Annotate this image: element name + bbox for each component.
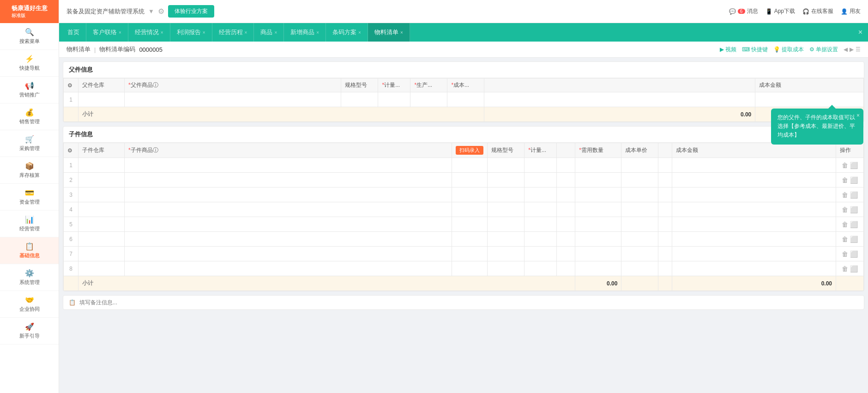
- delete-icon[interactable]: 🗑: [842, 265, 848, 272]
- child-th-settings[interactable]: ⚙: [64, 143, 78, 158]
- tab-label: 商品: [260, 28, 272, 36]
- sidebar-item-marketing[interactable]: 📢 营销推广: [0, 77, 59, 103]
- tab-goods[interactable]: 商品 ×: [254, 23, 284, 42]
- delete-icon[interactable]: 🗑: [842, 162, 848, 169]
- copy-icon[interactable]: ⬜: [850, 206, 858, 213]
- system-icon: ⚙️: [25, 269, 34, 278]
- copy-icon[interactable]: ⬜: [850, 265, 858, 272]
- settings-icon[interactable]: ⚙: [158, 7, 164, 16]
- child-spec-cell[interactable]: [488, 158, 524, 173]
- sidebar-item-guide[interactable]: 🚀 新手引导: [0, 318, 59, 345]
- close-icon[interactable]: ×: [161, 30, 163, 35]
- tab-label: 客户联络: [93, 28, 117, 36]
- parent-unit-cell[interactable]: [378, 92, 410, 107]
- parent-prod-cell[interactable]: [410, 92, 447, 107]
- close-icon[interactable]: ×: [203, 30, 205, 35]
- parent-cost-cell[interactable]: [447, 92, 484, 107]
- sidebar-item-basic[interactable]: 📋 基础信息: [0, 237, 59, 264]
- close-icon[interactable]: ×: [274, 30, 277, 35]
- single-settings-btn[interactable]: ⚙ 单据设置: [809, 46, 838, 54]
- child-extra2-cell: [658, 158, 672, 173]
- sidebar-item-label: 资金管理: [19, 199, 40, 206]
- delete-icon[interactable]: 🗑: [842, 206, 848, 213]
- delete-icon[interactable]: 🗑: [842, 221, 848, 228]
- top-header: 装备及固定资产辅助管理系统 ▼ ⚙ 体验行业方案 💬 6 消息 📱 App下载 …: [59, 0, 868, 23]
- sidebar-item-sales[interactable]: 💰 销售管理: [0, 103, 59, 130]
- sidebar-item-system[interactable]: ⚙️ 系统管理: [0, 264, 59, 291]
- sidebar-item-nav[interactable]: ⚡ 快捷导航: [0, 50, 59, 77]
- sidebar-item-inventory[interactable]: 📦 库存核算: [0, 157, 59, 184]
- tab-operation[interactable]: 经营情况 ×: [128, 23, 170, 42]
- tab-barcode[interactable]: 条码方案 ×: [326, 23, 368, 42]
- tab-profit[interactable]: 利润报告 ×: [170, 23, 212, 42]
- sidebar-item-label: 营销推广: [19, 91, 40, 98]
- parent-spec-cell[interactable]: [341, 92, 378, 107]
- child-product-cell[interactable]: [125, 158, 452, 173]
- child-amount-cell: [672, 158, 836, 173]
- prev-icon[interactable]: ◀: [844, 46, 848, 53]
- parent-warehouse-cell[interactable]: [78, 92, 125, 107]
- video-btn[interactable]: ▶ 视频: [720, 46, 736, 54]
- copy-icon[interactable]: ⬜: [850, 250, 858, 258]
- child-price-cell[interactable]: [621, 158, 658, 173]
- delete-icon[interactable]: 🗑: [842, 250, 848, 258]
- tab-new-goods[interactable]: 新增商品 ×: [284, 23, 326, 42]
- child-th-warehouse: 子件仓库: [78, 143, 125, 158]
- copy-icon[interactable]: ⬜: [850, 236, 858, 243]
- parent-amount-cell: [755, 92, 864, 107]
- child-th-scan[interactable]: 扫码录入: [452, 143, 488, 158]
- sidebar-item-label: 快捷导航: [19, 65, 40, 72]
- copy-icon[interactable]: ⬜: [850, 162, 858, 169]
- sidebar-item-finance[interactable]: 💳 资金管理: [0, 184, 59, 211]
- row-num: 1: [64, 158, 78, 173]
- parent-th-settings[interactable]: ⚙: [64, 79, 78, 92]
- dropdown-icon: ▼: [148, 8, 154, 15]
- settings-label: 单据设置: [816, 46, 838, 54]
- sidebar-item-operation[interactable]: 📊 经营管理: [0, 211, 59, 237]
- delete-icon[interactable]: 🗑: [842, 191, 848, 199]
- close-icon[interactable]: ×: [400, 30, 403, 35]
- close-icon[interactable]: ×: [245, 30, 247, 35]
- sidebar-item-label: 系统管理: [19, 279, 40, 286]
- tooltip-close-btn[interactable]: ×: [856, 111, 860, 120]
- close-icon[interactable]: ×: [358, 30, 361, 35]
- purchase-icon: 🛒: [25, 135, 34, 144]
- message-item[interactable]: 💬 6 消息: [729, 7, 758, 15]
- sidebar-item-purchase[interactable]: 🛒 采购管理: [0, 130, 59, 157]
- child-warehouse-cell[interactable]: [78, 158, 125, 173]
- video-icon: ▶: [720, 46, 724, 53]
- extract-cost-btn[interactable]: 💡 提取成本: [773, 46, 804, 54]
- user-item[interactable]: 👤 用友: [841, 7, 861, 15]
- trial-button[interactable]: 体验行业方案: [168, 5, 214, 18]
- tab-home[interactable]: 首页: [61, 23, 86, 42]
- breadcrumb-page[interactable]: 物料清单: [66, 45, 90, 54]
- child-subtotal-amount: 0.00: [672, 276, 836, 291]
- online-service-item[interactable]: 🎧 在线客服: [802, 7, 833, 15]
- breadcrumb-separator: |: [94, 46, 96, 53]
- child-qty-cell[interactable]: [575, 158, 621, 173]
- nav-tabs: 首页 客户联络 × 经营情况 × 利润报告 × 经营历程 × 商品 × 新增商品…: [59, 23, 868, 42]
- logo-text: 畅康通好生意: [12, 4, 48, 12]
- copy-icon[interactable]: ⬜: [850, 191, 858, 199]
- next-icon[interactable]: ▶: [850, 46, 854, 53]
- row-num: 8: [64, 261, 78, 276]
- tabs-close-btn[interactable]: ×: [855, 28, 866, 36]
- list-icon[interactable]: ☰: [856, 46, 861, 53]
- parent-product-cell[interactable]: [125, 92, 341, 107]
- tab-bom[interactable]: 物料清单 ×: [368, 23, 410, 42]
- app-download-item[interactable]: 📱 App下载: [766, 7, 795, 15]
- note-input[interactable]: [79, 299, 858, 306]
- sidebar-item-search[interactable]: 🔍 搜索菜单: [0, 23, 59, 50]
- copy-icon[interactable]: ⬜: [850, 176, 858, 184]
- scan-button[interactable]: 扫码录入: [456, 146, 483, 155]
- copy-icon[interactable]: ⬜: [850, 221, 858, 228]
- child-unit-cell[interactable]: [524, 158, 557, 173]
- sidebar-item-enterprise[interactable]: 🤝 企业协同: [0, 291, 59, 318]
- delete-icon[interactable]: 🗑: [842, 236, 848, 243]
- tab-history[interactable]: 经营历程 ×: [212, 23, 254, 42]
- close-icon[interactable]: ×: [119, 30, 121, 35]
- shortcut-btn[interactable]: ⌨ 快捷键: [742, 46, 768, 54]
- close-icon[interactable]: ×: [316, 30, 319, 35]
- delete-icon[interactable]: 🗑: [842, 176, 848, 184]
- tab-customer[interactable]: 客户联络 ×: [86, 23, 128, 42]
